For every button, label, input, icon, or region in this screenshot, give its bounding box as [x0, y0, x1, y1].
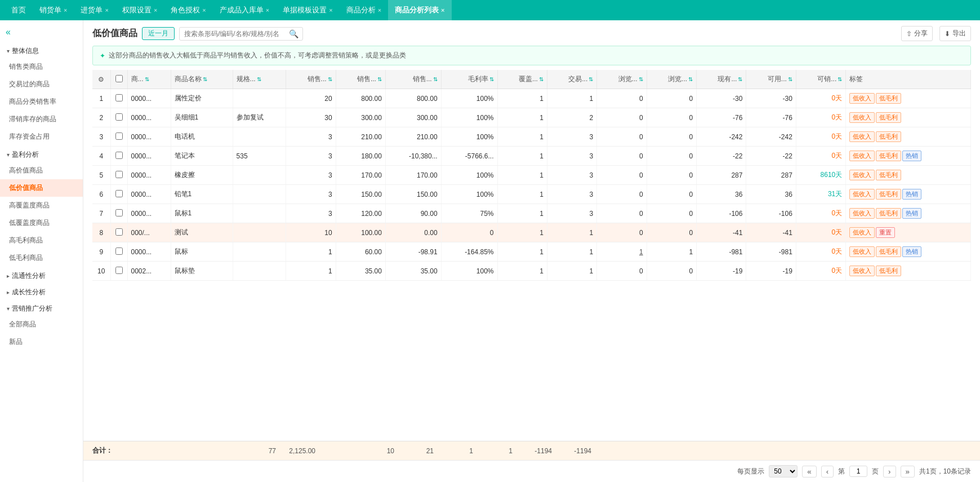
col-view1[interactable]: 浏览...⇅ — [597, 70, 647, 89]
sidebar-group-marketing[interactable]: ▾ 营销推广分析 — [0, 299, 83, 316]
cell-checkbox[interactable] — [110, 166, 127, 185]
nav-close-goods-analysis-list[interactable]: × — [441, 0, 444, 20]
col-available[interactable]: 可用...⇅ — [746, 70, 796, 89]
row-checkbox-6[interactable] — [115, 209, 123, 216]
nav-template-settings[interactable]: 单据模板设置 × — [276, 0, 339, 20]
col-name[interactable]: 商品名称⇅ — [171, 70, 233, 89]
cell-checkbox[interactable] — [110, 223, 127, 242]
col-view2[interactable]: 浏览...⇅ — [647, 70, 696, 89]
col-coverage[interactable]: 覆盖...⇅ — [497, 70, 547, 89]
sidebar-item-sales-goods[interactable]: 销售类商品 — [0, 58, 83, 76]
nav-close-product-entry[interactable]: × — [266, 0, 269, 20]
share-button[interactable]: ⇧ 分享 — [901, 26, 933, 41]
sidebar-item-slow-moving[interactable]: 滞销库存的商品 — [0, 110, 83, 128]
tag-低毛利: 低毛利 — [876, 131, 901, 142]
select-all-checkbox[interactable] — [115, 75, 123, 82]
cell-checkbox[interactable] — [110, 262, 127, 281]
cell-spec — [233, 262, 286, 281]
col-current[interactable]: 现有...⇅ — [697, 70, 746, 89]
sidebar-group-profit[interactable]: ▾ 盈利分析 — [0, 145, 83, 162]
nav-role-auth[interactable]: 角色授权 × — [164, 0, 212, 20]
row-checkbox-3[interactable] — [115, 152, 123, 159]
sidebar-item-low-margin[interactable]: 低毛利商品 — [0, 249, 83, 267]
nav-product-entry[interactable]: 产成品入库单 × — [213, 0, 276, 20]
col-tags[interactable]: 标签 — [846, 70, 971, 89]
cell-view2: 0 — [647, 204, 696, 223]
nav-goods-analysis[interactable]: 商品分析 × — [340, 0, 388, 20]
nav-sales-order[interactable]: 销货单 × — [33, 0, 74, 20]
col-code[interactable]: 商...⇅ — [127, 70, 171, 89]
col-trade[interactable]: 交易...⇅ — [547, 70, 596, 89]
row-checkbox-0[interactable] — [115, 94, 123, 101]
cell-sales-price: 60.00 — [336, 242, 385, 262]
last-page-button[interactable]: » — [901, 466, 915, 477]
cell-checkbox[interactable] — [110, 185, 127, 204]
sidebar-item-high-value[interactable]: 高价值商品 — [0, 162, 83, 179]
cell-coverage: 1 — [497, 204, 547, 223]
cell-checkbox[interactable] — [110, 147, 127, 166]
cell-coverage: 1 — [497, 242, 547, 262]
sidebar-item-low-value[interactable]: 低价值商品 — [0, 179, 83, 197]
sidebar-item-high-margin[interactable]: 高毛利商品 — [0, 232, 83, 249]
first-page-button[interactable]: « — [802, 466, 816, 477]
per-page-select[interactable]: 50 100 — [769, 465, 798, 477]
tag-低收入: 低收入 — [849, 112, 875, 123]
cell-checkbox[interactable] — [110, 108, 127, 127]
row-checkbox-5[interactable] — [115, 190, 123, 197]
cell-name: 橡皮擦 — [171, 166, 233, 185]
nav-close-goods-analysis[interactable]: × — [378, 0, 381, 20]
footer-spacer — [122, 447, 234, 455]
search-input[interactable] — [179, 27, 303, 41]
sidebar-group-overall[interactable]: ▾ 整体信息 — [0, 42, 83, 58]
nav-close-template-settings[interactable]: × — [329, 0, 332, 20]
sidebar-item-high-coverage[interactable]: 高覆盖度商品 — [0, 197, 83, 214]
sidebar-item-all-goods[interactable]: 全部商品 — [0, 316, 83, 333]
sidebar-group-circulation-label: 流通性分析 — [12, 271, 46, 281]
col-checkbox[interactable] — [110, 70, 127, 89]
row-checkbox-2[interactable] — [115, 132, 123, 140]
cell-tags: 低收入低毛利热销 — [846, 204, 971, 223]
sidebar-group-circulation[interactable]: ▸ 流通性分析 — [0, 267, 83, 283]
cell-checkbox[interactable] — [110, 127, 127, 147]
prev-page-button[interactable]: ‹ — [821, 466, 834, 477]
col-gross-margin[interactable]: 毛利率⇅ — [441, 70, 497, 89]
export-button[interactable]: ⬇ 导出 — [939, 26, 971, 41]
sidebar-item-low-coverage[interactable]: 低覆盖度商品 — [0, 214, 83, 232]
col-spec[interactable]: 规格...⇅ — [233, 70, 286, 89]
nav-close-permission[interactable]: × — [154, 0, 157, 20]
table-row: 7 0000... 鼠标1 3 120.00 90.00 75% 1 3 0 0… — [92, 204, 971, 223]
cell-view2: 0 — [647, 89, 696, 108]
nav-close-role-auth[interactable]: × — [202, 0, 206, 20]
nav-permission[interactable]: 权限设置 × — [115, 0, 164, 20]
row-checkbox-1[interactable] — [115, 113, 123, 121]
sidebar-group-growth[interactable]: ▸ 成长性分析 — [0, 283, 83, 299]
nav-goods-analysis-list[interactable]: 商品分析列表 × — [388, 0, 451, 20]
cell-sales-profit: 300.00 — [385, 108, 441, 127]
sidebar-item-new-goods[interactable]: 新品 — [0, 333, 83, 351]
col-sales-price[interactable]: 销售...⇅ — [336, 70, 385, 89]
cell-coverage: 1 — [497, 89, 547, 108]
col-sales-profit[interactable]: 销售...⇅ — [385, 70, 441, 89]
col-sellable[interactable]: 可销...⇅ — [796, 70, 845, 89]
row-checkbox-4[interactable] — [115, 171, 123, 178]
nav-home[interactable]: 首页 — [5, 0, 33, 20]
cell-checkbox[interactable] — [110, 204, 127, 223]
cell-checkbox[interactable] — [110, 242, 127, 262]
sidebar-collapse-button[interactable]: « — [3, 25, 13, 39]
col-gear[interactable]: ⚙ — [92, 70, 110, 89]
nav-close-sales-order[interactable]: × — [64, 0, 67, 20]
col-sales-qty[interactable]: 销售...⇅ — [286, 70, 336, 89]
row-checkbox-8[interactable] — [115, 247, 123, 255]
cell-checkbox[interactable] — [110, 89, 127, 108]
nav-close-purchase-order[interactable]: × — [105, 0, 108, 20]
next-page-button[interactable]: › — [883, 466, 896, 477]
row-checkbox-7[interactable] — [115, 228, 123, 236]
sidebar-item-inventory-capital[interactable]: 库存资金占用 — [0, 128, 83, 145]
nav-purchase-order[interactable]: 进货单 × — [74, 0, 115, 20]
sidebar-item-category-sales-rate[interactable]: 商品分类销售率 — [0, 93, 83, 110]
page-number-input[interactable] — [849, 466, 867, 477]
row-checkbox-9[interactable] — [115, 267, 123, 274]
sidebar-item-traded-goods[interactable]: 交易过的商品 — [0, 76, 83, 93]
view1-link[interactable]: 1 — [639, 248, 643, 256]
filter-recent-month-button[interactable]: 近一月 — [142, 27, 175, 40]
